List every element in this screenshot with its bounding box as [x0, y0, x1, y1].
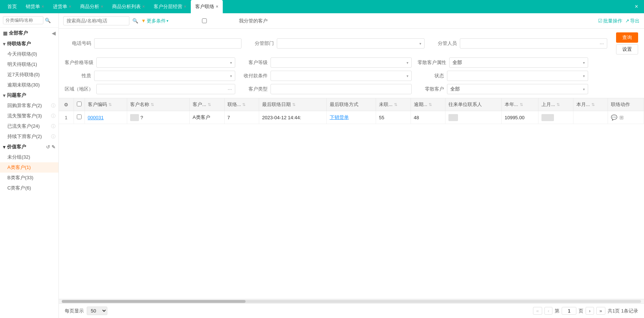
- phone-input[interactable]: [94, 38, 242, 49]
- refresh-icon[interactable]: ↺: [46, 144, 50, 150]
- column-last-method: 最后联络方式: [326, 98, 376, 111]
- sort-icon[interactable]: ⇅: [208, 102, 211, 107]
- close-icon[interactable]: ×: [42, 0, 44, 13]
- nav-customer-contact[interactable]: 客户联络 ×: [191, 0, 223, 13]
- sidebar-item-class-a[interactable]: A类客户(1): [0, 162, 58, 173]
- filter-phone: 电话号码: [65, 38, 247, 49]
- export-button[interactable]: ↗ 导出: [625, 18, 640, 24]
- settings-button[interactable]: 设置: [616, 44, 638, 54]
- search-input[interactable]: [63, 16, 129, 25]
- sparse-attr-label: 零散客户属性: [418, 59, 449, 66]
- sort-icon[interactable]: ⇅: [108, 102, 112, 107]
- sidebar-item-tomorrow[interactable]: 明天待联络(1): [0, 59, 58, 70]
- price-level-dropdown[interactable]: ▾: [96, 57, 235, 68]
- chevron-down-icon: ▾: [407, 61, 408, 65]
- page-size-select[interactable]: 50 100 200: [87, 307, 107, 315]
- sidebar-item-class-c[interactable]: C类客户(6): [0, 183, 58, 193]
- sort-icon[interactable]: ⇅: [591, 102, 595, 107]
- sidebar-item-declining[interactable]: 持续下滑客户(2) ⓘ: [0, 131, 58, 142]
- query-button[interactable]: 查询: [616, 32, 638, 43]
- customer-level-dropdown[interactable]: ▾: [271, 57, 412, 68]
- sidebar-item-ungrouped[interactable]: 未分组(32): [0, 152, 58, 162]
- collapse-icon[interactable]: ◀: [52, 31, 56, 36]
- customer-type-input[interactable]: [271, 84, 412, 94]
- close-icon[interactable]: ×: [101, 0, 103, 13]
- last-page-button[interactable]: »: [596, 307, 605, 315]
- filter-customer-level: 客户等级 ▾: [241, 57, 418, 68]
- region-input[interactable]: ···: [96, 84, 235, 94]
- sidebar-item-repurchase-abnormal[interactable]: 回购异常客户(2) ⓘ: [0, 100, 58, 111]
- sparse-attr-dropdown[interactable]: 全部▾: [449, 57, 588, 68]
- next-page-button[interactable]: ›: [586, 307, 594, 315]
- dept-label: 分管部门: [247, 40, 277, 47]
- row-checkbox[interactable]: [77, 114, 82, 119]
- filter-dept: 分管部门 ▾: [247, 38, 430, 49]
- window-close-icon[interactable]: ×: [632, 3, 641, 10]
- sort-icon[interactable]: ⇅: [520, 102, 523, 107]
- column-checkbox: [74, 98, 85, 111]
- sort-icon[interactable]: ⇅: [292, 102, 296, 107]
- close-icon[interactable]: ×: [69, 0, 71, 13]
- column-this-month: 本月... ⇅: [573, 98, 608, 111]
- batch-op-button[interactable]: ☑ 批量操作: [598, 18, 622, 24]
- nav-sales[interactable]: 销货单 ×: [21, 0, 49, 13]
- filter-region: 区域（地区） ···: [65, 84, 241, 94]
- first-page-button[interactable]: «: [533, 307, 542, 315]
- more-conditions-button[interactable]: ▼ 更多条件 ▾: [141, 18, 168, 24]
- nav-product-list[interactable]: 商品分析列表 ×: [108, 0, 149, 13]
- row-last-method: 下销货单: [326, 111, 376, 124]
- dept-dropdown[interactable]: ▾: [277, 38, 424, 49]
- prev-page-button[interactable]: ‹: [544, 307, 552, 315]
- close-icon[interactable]: ×: [142, 0, 145, 13]
- sidebar-item-today[interactable]: 今天待联络(0): [0, 49, 58, 59]
- sidebar-item-overdue[interactable]: 逾期未联络(30): [0, 80, 58, 90]
- sort-icon[interactable]: ⇅: [394, 102, 397, 107]
- nature-dropdown[interactable]: ▾: [94, 71, 235, 81]
- close-icon[interactable]: ×: [184, 0, 186, 13]
- sort-icon[interactable]: ⇅: [429, 102, 432, 107]
- scrollbar-thumb[interactable]: [62, 300, 246, 303]
- nav-home[interactable]: 首页: [3, 0, 21, 13]
- payment-dropdown[interactable]: ▾: [271, 71, 412, 81]
- sidebar-item-class-b[interactable]: B类客户(33): [0, 173, 58, 183]
- chat-icon[interactable]: 💬: [611, 114, 617, 120]
- nav-customer-segment[interactable]: 客户分层经营 ×: [149, 0, 191, 13]
- close-icon[interactable]: ×: [216, 0, 218, 13]
- horizontal-scrollbar[interactable]: [59, 299, 644, 303]
- sidebar-search-input[interactable]: [3, 16, 43, 24]
- gear-icon[interactable]: ⚙: [64, 102, 68, 107]
- sort-icon[interactable]: ⇅: [242, 102, 246, 107]
- sort-icon[interactable]: ⇅: [557, 102, 560, 107]
- column-contact2: 往来单位联系人: [446, 98, 502, 111]
- filter-price-level: 客户价格等级 ▾: [65, 57, 241, 68]
- sidebar-item-churn-warning[interactable]: 流失预警客户(3) ⓘ: [0, 111, 58, 121]
- total-info: 共1页 1条记录: [608, 308, 638, 314]
- payment-label: 收付款条件: [241, 73, 271, 79]
- sidebar-all-customers[interactable]: ▦ 全部客户 ◀: [0, 28, 58, 39]
- edit-icon[interactable]: ✎: [51, 144, 56, 150]
- my-customers-checkbox[interactable]: [171, 18, 237, 23]
- qr-icon[interactable]: ⊞: [619, 114, 624, 120]
- sidebar-item-7days[interactable]: 近7天待联络(0): [0, 70, 58, 80]
- column-code: 客户编码 ⇅: [85, 98, 127, 111]
- nav-purchase[interactable]: 进货单 ×: [49, 0, 76, 13]
- search-button[interactable]: 🔍: [132, 18, 138, 24]
- page-number-input[interactable]: [562, 307, 576, 315]
- column-last-month: 上月... ⇅: [539, 98, 573, 111]
- sparse-customer-dropdown[interactable]: 全部▾: [447, 84, 588, 94]
- nav-product-analysis[interactable]: 商品分析 ×: [76, 0, 108, 13]
- sidebar-pending-header[interactable]: ▾ 待联络客户: [0, 39, 58, 49]
- sidebar-item-churned[interactable]: 已流失客户(24) ⓘ: [0, 121, 58, 131]
- row-code[interactable]: 000031: [85, 111, 127, 124]
- table-row: 1 000031 Ea ? A类客户 7: [59, 111, 644, 124]
- select-all-checkbox[interactable]: [77, 102, 82, 106]
- status-dropdown[interactable]: ▾: [447, 71, 588, 81]
- sidebar-problem-header[interactable]: ▾ 问题客户: [0, 90, 58, 100]
- row-contact-count: 7: [224, 111, 259, 124]
- manager-input[interactable]: ···: [460, 38, 607, 49]
- sidebar-search-icon[interactable]: 🔍: [45, 18, 51, 23]
- my-customers-checkbox-label[interactable]: 我分管的客户: [171, 18, 268, 24]
- sort-icon[interactable]: ⇅: [151, 102, 154, 107]
- row-index: 1: [59, 111, 74, 124]
- row-level: A类客户: [190, 111, 224, 124]
